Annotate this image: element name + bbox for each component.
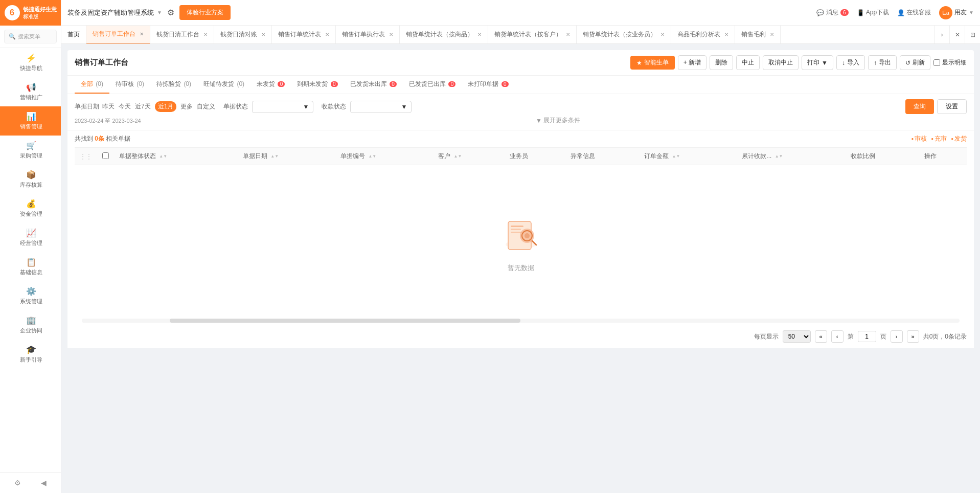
sub-tab-overdue[interactable]: 到期未发货 0 [291,76,344,94]
tab-sales-stats-staff[interactable]: 销货单统计表（按业务员） ✕ [577,26,671,44]
next-page-btn[interactable]: › [891,330,903,343]
page-size-select[interactable]: 50 20 100 [783,330,811,343]
header-message[interactable]: 💬 消息 6 [816,8,849,17]
header-user[interactable]: Ea 用友 ▼ [939,6,974,19]
date-opt-today[interactable]: 今天 [119,102,131,111]
show-detail-label[interactable]: 显示明细 [933,58,967,67]
sort-number[interactable]: ▲▼ [368,154,376,159]
tab-gross-profit[interactable]: 商品毛利分析表 ✕ [671,26,735,44]
sub-tab-pending-review[interactable]: 待审核 (0) [109,76,150,94]
sidebar-item-guide[interactable]: 🎓 新手引导 [0,340,61,369]
tab-close-staff[interactable]: ✕ [660,32,665,37]
query-btn[interactable]: 查询 [905,99,934,114]
tab-close-gross-profit[interactable]: ✕ [724,32,728,37]
sub-tab-wangpu[interactable]: 旺铺待发货 (0) [197,76,250,94]
prev-page-btn[interactable]: ‹ [831,330,844,343]
expand-icon: ▼ [536,117,542,124]
sub-tab-all[interactable]: 全部 (0) [75,76,109,94]
delete-btn[interactable]: 删除 [710,55,733,70]
sidebar-item-enterprise[interactable]: 🏢 企业协同 [0,310,61,340]
ship-btn[interactable]: 发货 [951,135,967,143]
tab-sales-stats-customer[interactable]: 销货单统计表（按客户） ✕ [488,26,577,44]
tab-sales-order-exec[interactable]: 销售订单执行表 ✕ [336,26,400,44]
tab-sales-profit[interactable]: 销售毛利 ✕ [735,26,781,44]
status-select[interactable]: ▼ [252,101,313,113]
first-page-btn[interactable]: « [815,330,827,343]
logo-text: 畅捷通好生意 [23,6,57,13]
export-btn[interactable]: ↑ 导出 [868,55,897,70]
add-btn[interactable]: + 新增 [678,55,706,70]
tab-close-customer[interactable]: ✕ [566,32,570,37]
tab-close-cash-daily[interactable]: ✕ [203,32,208,37]
sidebar-item-sales[interactable]: 📊 销售管理 [0,106,61,136]
sort-date[interactable]: ▲▼ [270,154,279,159]
header-online-service[interactable]: 👤 在线客服 [897,8,931,17]
tab-cash-daily[interactable]: 钱货日清工作台 ✕ [150,26,214,44]
collapse-sidebar-icon[interactable]: ◀ [39,477,49,489]
main-content: 装备及固定资产辅助管理系统 ▼ ⚙ 体验行业方案 💬 消息 6 📱 App下载 … [61,0,980,493]
date-opt-custom[interactable]: 自定义 [197,102,215,111]
sort-status[interactable]: ▲▼ [159,154,167,159]
show-detail-checkbox[interactable] [933,59,940,66]
sub-tab-shipped-not-inout[interactable]: 已发货未出库 0 [344,76,403,94]
tab-expand[interactable]: ⊡ [965,26,980,44]
sort-amount[interactable]: ▲▼ [672,154,680,159]
sidebar-item-finance[interactable]: 💰 资金管理 [0,194,61,223]
cancel-stop-btn[interactable]: 取消中止 [763,55,799,70]
sort-customer[interactable]: ▲▼ [454,154,462,159]
last-page-btn[interactable]: » [907,330,919,343]
sort-collected[interactable]: ▲▼ [775,154,783,159]
sidebar-item-purchase[interactable]: 🛒 采购管理 [0,136,61,165]
search-menu-button[interactable]: 🔍 搜索菜单 [4,30,57,43]
page-input[interactable] [858,331,876,342]
tab-sales-stats-product[interactable]: 销货单统计表（按商品） ✕ [400,26,488,44]
tab-bar: 首页 销售订单工作台 ✕ 钱货日清工作台 ✕ 钱货日清对账 ✕ 销售订单统计表 … [61,26,980,44]
industry-btn[interactable]: 体验行业方案 [179,5,231,20]
expand-conditions-btn[interactable]: ▼ 展开更多条件 [536,116,580,125]
tab-close-all[interactable]: ✕ [949,26,965,44]
cancel-review-btn[interactable]: 充审 [931,135,947,143]
header-app-download[interactable]: 📱 App下载 [857,8,889,17]
horizontal-scrollbar-thumb[interactable] [170,319,521,323]
refresh-btn[interactable]: ↺ 刷新 [900,55,930,70]
import-btn[interactable]: ↓ 导入 [836,55,865,70]
date-opt-more[interactable]: 更多 [180,102,193,111]
sidebar-item-system[interactable]: ⚙️ 系统管理 [0,281,61,310]
tab-sales-order-stats[interactable]: 销售订单统计表 ✕ [272,26,336,44]
sidebar-item-quick-nav[interactable]: ⚡ 快捷导航 [0,48,61,77]
sidebar-item-basic-info[interactable]: 📋 基础信息 [0,252,61,281]
sub-tab-pending-inspection[interactable]: 待拣验货 (0) [150,76,197,94]
date-opt-1month[interactable]: 近1月 [155,101,177,112]
sub-tab-not-printed[interactable]: 未打印单据 0 [462,76,514,94]
payment-select[interactable]: ▼ [350,101,412,113]
header-settings-icon[interactable]: ⚙ [167,8,174,17]
ai-generate-btn[interactable]: ★ 智能生单 [630,56,675,70]
tab-close-sales-order[interactable]: ✕ [140,31,144,37]
filter-settings-btn[interactable]: 设置 [937,99,967,114]
tab-close-sales-profit[interactable]: ✕ [770,32,774,37]
settings-bottom-icon[interactable]: ⚙ [12,477,23,489]
date-opt-yesterday[interactable]: 昨天 [102,102,115,111]
tab-close-exec[interactable]: ✕ [389,32,393,37]
tab-close-product[interactable]: ✕ [477,32,482,37]
stop-btn[interactable]: 中止 [736,55,760,70]
tab-scroll-right[interactable]: › [934,26,949,44]
filter-row-2: 2023-02-24 至 2023-03-24 ▼ 展开更多条件 [75,116,967,125]
tab-sales-order-workbench[interactable]: 销售订单工作台 ✕ [86,26,150,44]
print-btn[interactable]: 打印 ▼ [802,55,833,70]
sidebar-item-marketing[interactable]: 📢 营销推广 [0,77,61,106]
tab-home[interactable]: 首页 [61,26,86,44]
horizontal-scrollbar-track[interactable] [82,319,960,323]
tab-close-sales-order-stats[interactable]: ✕ [325,32,329,37]
sub-tab-shipped-inout[interactable]: 已发货已出库 0 [403,76,462,94]
sub-tab-not-shipped[interactable]: 未发货 0 [250,76,291,94]
tab-cash-reconcile[interactable]: 钱货日清对账 ✕ [214,26,272,44]
page-size-label: 每页显示 [754,332,779,341]
select-all-checkbox[interactable] [102,152,109,159]
sidebar: 6 畅捷通好生意 标准版 🔍 搜索菜单 ⚡ 快捷导航 📢 营销推广 📊 销售管理… [0,0,61,493]
tab-close-cash-reconcile[interactable]: ✕ [261,32,265,37]
sidebar-item-inventory[interactable]: 📦 库存核算 [0,165,61,194]
sidebar-item-operations[interactable]: 📈 经营管理 [0,223,61,252]
review-btn[interactable]: 审核 [911,135,927,143]
date-opt-7days[interactable]: 近7天 [135,102,151,111]
